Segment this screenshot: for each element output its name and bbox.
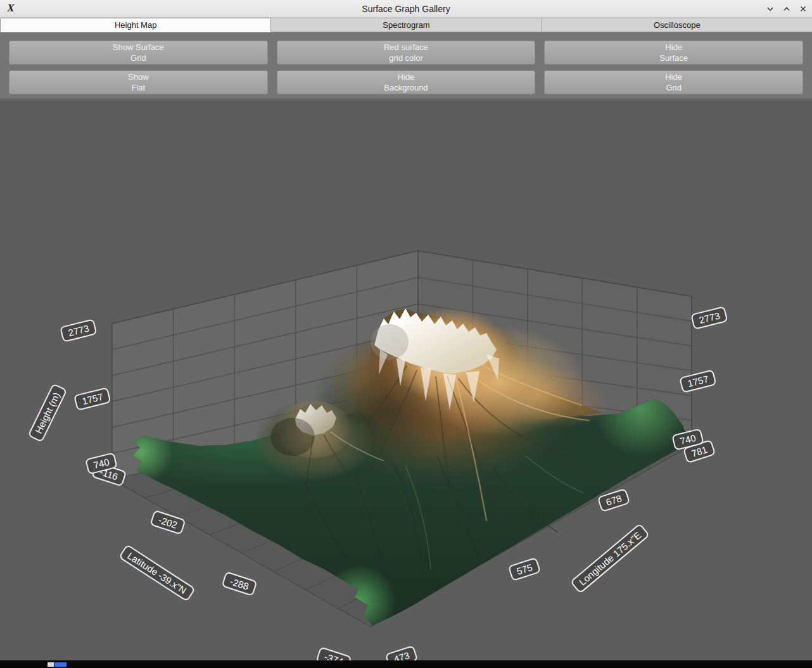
surface-3d-view[interactable]: Height (m) 2773 1757 -116 740 -202 -288 … [0,100,812,660]
close-icon[interactable] [797,4,808,15]
button-label: Hide [665,42,682,53]
button-label: Hide [398,72,415,82]
button-label: Hide [665,72,682,82]
window-controls [764,0,808,18]
show-flat-button[interactable]: Show Flat [9,70,268,94]
button-label: Show Surface [113,42,164,53]
hide-surface-button[interactable]: Hide Surface [544,41,803,65]
bottom-bar [0,660,812,668]
hide-background-button[interactable]: Hide Background [277,70,536,94]
button-label: Red surface [384,42,428,53]
height-map-pane: Show Surface Grid Red surface grid color… [0,32,812,660]
tab-oscilloscope[interactable]: Oscilloscope [542,18,812,32]
window-title: Surface Graph Gallery [0,4,812,14]
app-window: X Surface Graph Gallery Height Map Spect… [0,0,812,668]
show-surface-grid-button[interactable]: Show Surface Grid [9,41,268,65]
button-label: Flat [131,82,145,93]
titlebar[interactable]: X Surface Graph Gallery [0,0,812,18]
toolbar: Show Surface Grid Red surface grid color… [0,32,812,99]
button-label: Surface [659,53,688,63]
tab-spectrogram[interactable]: Spectrogram [271,18,542,32]
chevron-down-icon[interactable] [764,4,775,15]
taskbar-accent-white [48,662,54,667]
x-logo-icon: X [5,3,16,14]
red-surface-grid-color-button[interactable]: Red surface grid color [277,41,536,65]
tab-bar: Height Map Spectrogram Oscilloscope [0,18,812,32]
button-label: grid color [389,53,422,63]
tab-height-map[interactable]: Height Map [0,18,271,32]
button-label: Background [384,82,428,93]
taskbar-accent-blue [54,662,67,667]
button-label: Grid [130,53,146,63]
hide-grid-button[interactable]: Hide Grid [544,70,803,94]
button-label: Grid [666,82,682,93]
button-label: Show [128,72,149,82]
chevron-up-icon[interactable] [781,4,792,15]
